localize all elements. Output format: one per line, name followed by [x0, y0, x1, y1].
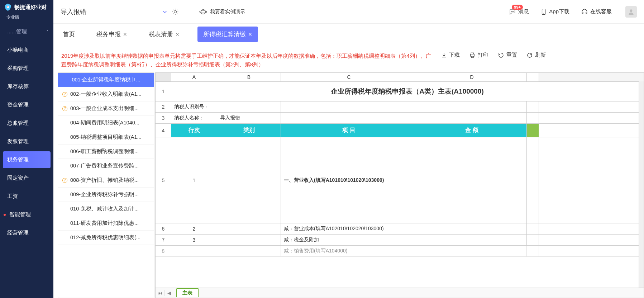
row-num[interactable]: 2 — [171, 223, 217, 234]
cell[interactable] — [527, 246, 539, 256]
vertical-scrollbar[interactable] — [639, 81, 644, 288]
col-header-d[interactable]: D — [417, 73, 527, 81]
print-button[interactable]: 打印 — [469, 52, 488, 58]
collapse-handle-icon[interactable]: ≪ — [100, 147, 105, 152]
close-icon[interactable]: ✕ — [175, 32, 180, 37]
row-num[interactable] — [171, 246, 217, 256]
item-cell[interactable]: 减：税金及附加 — [281, 235, 417, 245]
cell[interactable] — [281, 113, 417, 123]
demo-link[interactable]: 我要看实例演示 — [199, 8, 245, 16]
table-row: 7 3 减：税金及附加 — [156, 235, 644, 246]
row-header[interactable]: 3 — [156, 113, 171, 123]
sidebar-item[interactable]: 经营管理 — [0, 224, 53, 242]
row-header[interactable]: 2 — [156, 101, 171, 112]
cell[interactable] — [217, 137, 281, 223]
cell[interactable] — [527, 113, 539, 123]
refresh-button[interactable]: 刷新 — [526, 52, 546, 58]
amount-cell[interactable] — [417, 246, 527, 256]
tab[interactable]: 所得税汇算清缴✕ — [197, 27, 258, 42]
gear-icon[interactable] — [172, 8, 179, 15]
row-header[interactable]: 4 — [156, 124, 171, 137]
cell[interactable] — [527, 235, 539, 245]
form-list-item[interactable]: ?002-一般企业收入明细表(A1... — [58, 87, 154, 101]
form-list-item[interactable]: ?008-资产折旧、摊销及纳税... — [58, 173, 154, 188]
form-list-item[interactable]: 004-期间费用明细表(A1040... — [58, 116, 154, 130]
sheet-nav-first-icon[interactable]: ⏮ — [156, 290, 165, 296]
nav-item-truncated[interactable]: ......管理 — [0, 23, 53, 41]
cell[interactable] — [217, 246, 281, 256]
item-cell[interactable]: 减：销售费用(填写A104000) — [281, 246, 417, 256]
close-icon[interactable]: ✕ — [248, 32, 252, 37]
cell[interactable] — [527, 137, 539, 223]
messages-badge: 99+ — [512, 5, 523, 10]
form-list-item[interactable]: 010-免税、减计收入及加计... — [58, 202, 154, 216]
sidebar-item[interactable]: 资金管理 — [0, 96, 53, 114]
sidebar-item[interactable]: 小畅电商 — [0, 41, 53, 59]
cell[interactable] — [217, 235, 281, 245]
form-list-item[interactable]: 007-广告费和业务宣传费跨... — [58, 159, 154, 173]
form-list-item[interactable]: 011-研发费用加计扣除优惠... — [58, 216, 154, 231]
amount-cell[interactable] — [417, 223, 527, 234]
sheet-nav-prev-icon[interactable]: ◀ — [165, 290, 174, 296]
taxpayer-name-value[interactable]: 导入报错 — [217, 113, 281, 123]
sidebar-item[interactable]: 固定资产 — [0, 169, 53, 187]
cell[interactable] — [217, 101, 281, 112]
demo-label: 我要看实例演示 — [210, 9, 245, 15]
sidebar-item[interactable]: 智能管理 — [0, 205, 53, 224]
close-icon[interactable]: ✕ — [123, 32, 127, 37]
sidebar-item[interactable]: 发票管理 — [0, 132, 53, 151]
form-list-item[interactable]: 005-纳税调整项目明细表(A1... — [58, 130, 154, 145]
taxpayer-name-label[interactable]: 纳税人名称： — [171, 113, 217, 123]
download-button[interactable]: 下载 — [441, 52, 460, 58]
form-list-item[interactable]: 001-企业所得税年度纳税申... — [58, 73, 154, 87]
cell[interactable] — [281, 101, 417, 112]
tab[interactable]: 税表清册✕ — [145, 28, 183, 41]
row-num[interactable]: 1 — [171, 137, 217, 223]
headset-icon — [581, 8, 588, 15]
table-row: 3 纳税人名称： 导入报错 — [156, 113, 644, 124]
avatar[interactable] — [625, 6, 637, 18]
header-category: 类别 — [217, 124, 281, 137]
tab[interactable]: 首页 — [59, 28, 78, 41]
col-header-a[interactable]: A — [171, 73, 217, 81]
cell[interactable] — [417, 113, 527, 123]
reset-button[interactable]: 重置 — [498, 52, 517, 58]
item-cell[interactable]: 减：营业成本(填写A102010\102020\103000) — [281, 223, 417, 234]
sidebar-item[interactable]: 采购管理 — [0, 59, 53, 77]
cell[interactable] — [217, 223, 281, 234]
app-download-button[interactable]: App下载 — [540, 8, 569, 15]
tab-label: 税表清册 — [149, 30, 173, 38]
amount-cell[interactable] — [417, 235, 527, 245]
tab[interactable]: 税务申报✕ — [93, 28, 131, 41]
row-header[interactable]: 8 — [156, 246, 171, 256]
sidebar-item[interactable]: 工资 — [0, 187, 53, 205]
form-list-item[interactable]: 012-减免所得税优惠明细表(... — [58, 231, 154, 245]
row-header[interactable]: 7 — [156, 235, 171, 245]
cell[interactable] — [527, 101, 539, 112]
sidebar-item[interactable]: 库存核算 — [0, 77, 53, 96]
sheet-tab[interactable]: 主表 — [176, 288, 199, 297]
form-list-item[interactable]: ?003-一般企业成本支出明细... — [58, 101, 154, 116]
form-list-item[interactable]: 009-企业所得税弥补亏损明... — [58, 188, 154, 202]
row-num[interactable]: 3 — [171, 235, 217, 245]
cell[interactable] — [527, 223, 539, 234]
select-all-corner[interactable] — [156, 73, 171, 81]
chevron-down-icon[interactable] — [162, 9, 168, 15]
sidebar-item[interactable]: 总账管理 — [0, 114, 53, 132]
form-list-item[interactable]: 006-职工薪酬纳税调整明细... — [58, 145, 154, 159]
sidebar-item[interactable]: 税务管理 — [3, 151, 51, 168]
sheet-title[interactable]: 企业所得税年度纳税申报表（A类）主表(A100000) — [171, 82, 644, 101]
col-header-c[interactable]: C — [281, 73, 417, 81]
col-header-e[interactable] — [527, 73, 539, 81]
cell[interactable] — [417, 101, 527, 112]
col-header-b[interactable]: B — [217, 73, 281, 81]
amount-cell[interactable] — [417, 137, 527, 223]
table-row: 8 减：销售费用(填写A104000) — [156, 246, 644, 257]
messages-button[interactable]: 99+ 消息 — [509, 8, 529, 15]
item-cell[interactable]: 一、营业收入(填写A101010\101020\103000) — [281, 137, 417, 223]
taxpayer-id-label[interactable]: 纳税人识别号： — [171, 101, 217, 112]
row-header[interactable]: 6 — [156, 223, 171, 234]
row-header[interactable]: 5 — [156, 137, 171, 223]
row-header[interactable]: 1 — [156, 82, 171, 101]
support-button[interactable]: 在线客服 — [581, 8, 612, 15]
